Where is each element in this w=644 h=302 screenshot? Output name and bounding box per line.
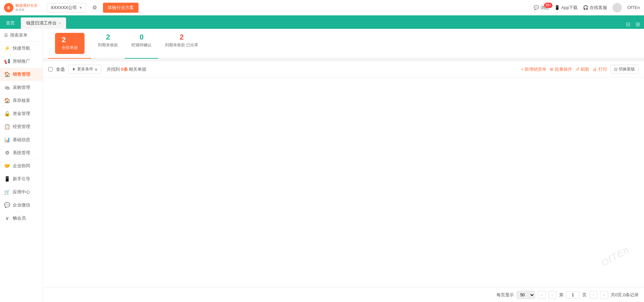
avatar[interactable] [612, 3, 622, 12]
v-icon: ∨ [4, 215, 10, 221]
print-button[interactable]: 🖨 打印 [593, 66, 607, 72]
page-label: 第 [559, 292, 564, 298]
batch-operation-button[interactable]: ⊞ 批量操作 [550, 66, 572, 72]
sidebar-item-purchase[interactable]: 🛍 采购管理 [0, 81, 43, 94]
filter-icon: ▼ [72, 67, 76, 72]
sidebar-item-basic-info[interactable]: 📊 基础信息 [0, 133, 43, 146]
logo-sub-text: 标准版 [15, 8, 38, 12]
sidebar-label-quick-nav: 快捷导航 [13, 45, 30, 51]
filter-label: 更多条件 [77, 66, 93, 72]
sidebar-label-finance: 资金管理 [13, 111, 30, 117]
last-page-button[interactable]: » [600, 291, 608, 299]
sidebar-item-guide[interactable]: 📱 新手引导 [0, 173, 43, 186]
bag-icon: 🛍 [4, 85, 10, 90]
stat-label-overdue: 到期未收款 [98, 42, 118, 48]
sidebar-item-member[interactable]: ∨ 畅会员 [0, 212, 43, 225]
batch-icon: ⊞ [550, 67, 553, 72]
message-item[interactable]: 💬 消息 99+ [534, 5, 549, 11]
message-badge: 99+ [544, 3, 552, 8]
sidebar-item-wechat[interactable]: 💬 企业微信 [0, 199, 43, 212]
page-input[interactable] [566, 291, 580, 299]
sidebar-label-app-center: 应用中心 [13, 189, 30, 195]
sidebar-label-purchase: 采购管理 [13, 84, 30, 90]
refresh-label: 刷新 [581, 66, 589, 72]
refresh-button[interactable]: ↺ 刷新 [576, 66, 589, 72]
stat-count-pending: 0 [140, 33, 144, 42]
stat-tabs: 2 全部单据 2 到期未收款 0 旺辅待确认 2 到期未收款 已出库 [43, 29, 644, 59]
settings-icon[interactable]: ⚙ [90, 3, 100, 13]
sidebar-label-system: 系统管理 [13, 150, 30, 156]
stat-tab-shipped[interactable]: 2 到期未收款 已出库 [158, 29, 205, 59]
sidebar-label-basic-info: 基础信息 [13, 137, 30, 143]
logo-main-text: 畅捷通好生意 [15, 3, 38, 8]
maximize-icon[interactable]: ⊞ [634, 20, 641, 29]
chat-icon: 💬 [4, 202, 10, 208]
sidebar-item-quick-nav[interactable]: ⚡ 快捷导航 [0, 42, 43, 55]
sidebar-label-member: 畅会员 [13, 215, 26, 221]
app-download-item[interactable]: 📱 App下载 [554, 5, 578, 11]
sidebar-label-guide: 新手引导 [13, 176, 30, 182]
search-menu-label: 搜索菜单 [10, 32, 28, 38]
megaphone-icon: 📢 [4, 58, 10, 64]
gear-icon: ⚙ [4, 150, 10, 156]
sidebar-label-enterprise: 企业协同 [13, 163, 30, 169]
trial-button[interactable]: 体验行业方案 [103, 3, 139, 13]
tab-active[interactable]: 钱货日清工作台 × [21, 17, 66, 29]
sidebar-label-marketing: 营销推广 [13, 58, 30, 64]
company-name: XXXXXX公司 [51, 5, 77, 11]
stat-label-all: 全部单据 [62, 45, 78, 51]
close-icon[interactable]: × [59, 21, 61, 25]
sidebar-item-system[interactable]: ⚙ 系统管理 [0, 146, 43, 160]
add-sale-button[interactable]: + 新增销货单 [521, 66, 546, 72]
house-icon: 🏠 [4, 71, 10, 77]
print-icon: 🖨 [593, 67, 597, 72]
sidebar-item-sales[interactable]: 🏠 销售管理 [0, 68, 43, 81]
minimize-icon[interactable]: ⊟ [625, 20, 632, 29]
clipboard-icon: 📋 [4, 124, 10, 130]
stat-tab-overdue[interactable]: 2 到期未收款 [91, 29, 125, 59]
switch-version-button[interactable]: ⊡ 切换新版 [610, 65, 639, 74]
main-layout: ☰ 搜索菜单 ⚡ 快捷导航 📢 营销推广 🏠 销售管理 🛍 采购管理 🏠 库存核… [0, 29, 644, 302]
online-service-item[interactable]: 🎧 在线客服 [583, 5, 607, 11]
found-text: 共找到 0条 相关单据 [107, 66, 146, 72]
table-icon: 📊 [4, 137, 10, 143]
search-menu-item[interactable]: ☰ 搜索菜单 [0, 29, 43, 42]
per-page-select[interactable]: 50 10 20 100 [517, 291, 535, 299]
sidebar-item-app-center[interactable]: 🛒 应用中心 [0, 186, 43, 199]
chevron-down-filter-icon: ∨ [95, 67, 98, 72]
prev-page-button[interactable]: ‹ [548, 291, 556, 299]
switch-icon: ⊡ [614, 67, 618, 72]
online-service-label: 在线客服 [590, 5, 607, 11]
handshake-icon: 🤝 [4, 163, 10, 169]
warehouse-icon: 🏠 [4, 98, 10, 104]
select-all-label: 全选 [56, 66, 65, 72]
user-name: OfTEn [627, 5, 640, 10]
company-selector[interactable]: XXXXXX公司 ▼ [47, 3, 86, 12]
app-download-label: App下载 [561, 5, 578, 11]
tab-home[interactable]: 首页 [1, 17, 20, 29]
top-header: 6 畅捷通好生意 标准版 XXXXXX公司 ▼ ⚙ 体验行业方案 💬 消息 99… [0, 0, 644, 15]
lightning-icon: ⚡ [4, 45, 10, 51]
stat-tab-pending[interactable]: 0 旺辅待确认 [125, 29, 158, 59]
sidebar-item-operations[interactable]: 📋 经营管理 [0, 120, 43, 133]
sidebar-item-enterprise[interactable]: 🤝 企业协同 [0, 160, 43, 173]
app-icon: 📱 [554, 5, 560, 10]
chevron-down-icon: ▼ [79, 6, 83, 10]
print-label: 打印 [598, 66, 607, 72]
logo-area: 6 畅捷通好生意 标准版 [4, 3, 47, 12]
header-right: 💬 消息 99+ 📱 App下载 🎧 在线客服 OfTEn [534, 3, 640, 12]
sidebar-item-finance[interactable]: 🔒 资金管理 [0, 107, 43, 120]
found-prefix: 共找到 [107, 67, 120, 72]
message-icon: 💬 [534, 5, 539, 10]
stat-count-overdue: 2 [106, 33, 110, 42]
found-count: 0条 [121, 67, 128, 72]
select-all-checkbox[interactable] [48, 67, 53, 71]
sidebar-label-sales: 销售管理 [13, 71, 30, 77]
stat-tab-all[interactable]: 2 全部单据 [48, 29, 91, 59]
nav-tabs: 首页 钱货日清工作台 × ⊟ ⊞ [0, 15, 644, 29]
sidebar-item-marketing[interactable]: 📢 营销推广 [0, 55, 43, 68]
first-page-button[interactable]: « [538, 291, 546, 299]
next-page-button[interactable]: › [589, 291, 597, 299]
sidebar-item-inventory[interactable]: 🏠 库存核算 [0, 94, 43, 107]
filter-button[interactable]: ▼ 更多条件 ∨ [68, 65, 101, 74]
